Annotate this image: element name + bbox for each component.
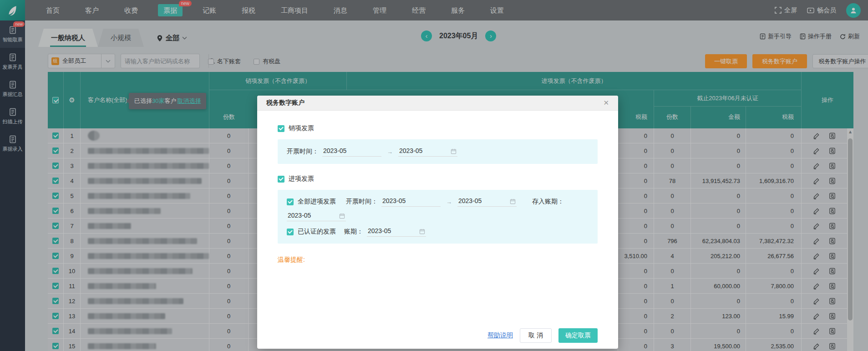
- close-icon[interactable]: ✕: [603, 99, 609, 107]
- calendar-icon: [510, 198, 516, 204]
- notice-title: 温馨提醒:: [278, 254, 598, 266]
- modal-header: 税务数字账户 ✕: [257, 96, 618, 111]
- notice-block: 温馨提醒:: [278, 254, 598, 266]
- tax-digital-account-modal: 税务数字账户 ✕ 销项发票 开票时间： 2023-05 → 2023-05: [257, 96, 618, 349]
- certified-period-field[interactable]: 2023-05: [367, 227, 426, 237]
- purchase-date-to-field[interactable]: 2023-05: [457, 197, 517, 207]
- checkbox-checked[interactable]: [278, 125, 284, 132]
- sales-date-from-field[interactable]: 2023-05: [322, 147, 381, 157]
- all-purchase-checkbox[interactable]: [287, 198, 294, 205]
- app-window: 首页 客户 收费 票据 new 记账 报税: [0, 0, 868, 351]
- help-link[interactable]: 帮助说明: [487, 331, 513, 340]
- purchase-date-from-field[interactable]: 2023-05: [381, 197, 441, 207]
- checkbox-checked[interactable]: [278, 176, 284, 183]
- calendar-icon: [339, 213, 345, 219]
- certified-invoice-checkbox[interactable]: [287, 229, 294, 235]
- modal-body: 销项发票 开票时间： 2023-05 → 2023-05 进项发票: [257, 111, 618, 266]
- sales-date-panel: 开票时间： 2023-05 → 2023-05: [278, 139, 598, 164]
- purchase-invoice-section-checkbox[interactable]: 进项发票: [278, 175, 598, 183]
- purchase-date-panel: 全部进项发票 开票时间： 2023-05 → 2023-05 存入账期： 202…: [278, 190, 598, 244]
- modal-title: 税务数字账户: [266, 99, 603, 107]
- calendar-icon: [451, 148, 457, 154]
- sales-invoice-section-checkbox[interactable]: 销项发票: [278, 124, 598, 132]
- sales-date-to-field[interactable]: 2023-05: [398, 147, 457, 157]
- calendar-icon: [419, 229, 425, 234]
- cancel-button[interactable]: 取 消: [520, 328, 552, 343]
- confirm-fetch-button[interactable]: 确定取票: [558, 328, 598, 343]
- modal-footer: 帮助说明 取 消 确定取票: [487, 328, 598, 343]
- deposit-period-field[interactable]: 2023-05: [287, 212, 346, 221]
